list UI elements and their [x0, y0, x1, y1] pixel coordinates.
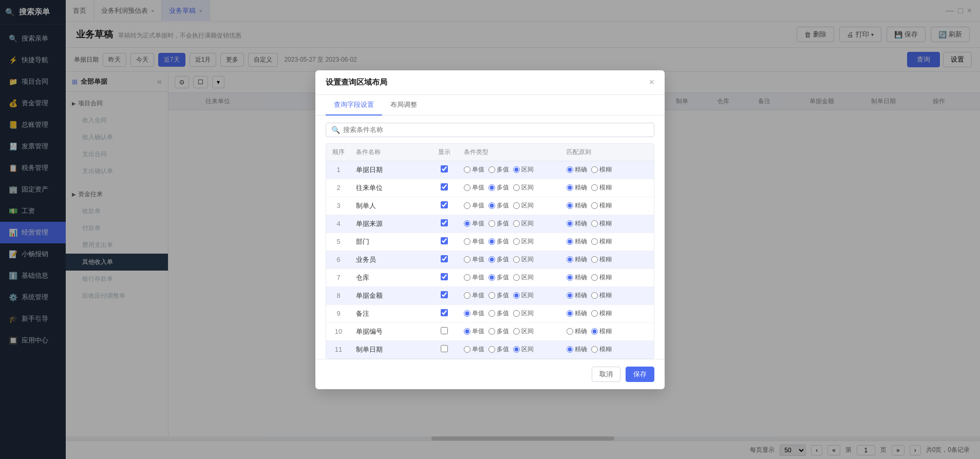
type-radio-item[interactable]: 多值	[488, 237, 509, 246]
match-radio[interactable]	[567, 256, 573, 263]
type-radio-item[interactable]: 区间	[513, 327, 534, 336]
type-radio[interactable]	[464, 238, 470, 245]
type-radio[interactable]	[513, 346, 520, 353]
match-radio[interactable]	[567, 166, 573, 173]
type-radio[interactable]	[488, 202, 495, 209]
match-radio-item[interactable]: 精确	[567, 273, 587, 282]
type-radio-item[interactable]: 区间	[513, 291, 534, 300]
match-radio[interactable]	[567, 220, 573, 227]
display-checkbox[interactable]	[441, 273, 448, 280]
type-radio-item[interactable]: 单值	[464, 165, 484, 174]
match-radio-item[interactable]: 模糊	[591, 345, 612, 354]
match-radio-item[interactable]: 精确	[567, 201, 587, 210]
type-radio-item[interactable]: 多值	[488, 255, 509, 264]
type-radio[interactable]	[513, 328, 520, 335]
type-radio-item[interactable]: 多值	[488, 345, 509, 354]
match-radio-item[interactable]: 精确	[567, 165, 587, 174]
type-radio-item[interactable]: 单值	[464, 219, 484, 228]
type-radio[interactable]	[464, 292, 470, 299]
type-radio-item[interactable]: 多值	[488, 291, 509, 300]
match-radio-item[interactable]: 模糊	[591, 309, 612, 318]
type-radio-item[interactable]: 多值	[488, 309, 509, 318]
match-radio[interactable]	[591, 346, 598, 353]
type-radio-item[interactable]: 区间	[513, 237, 534, 246]
type-radio-item[interactable]: 多值	[488, 165, 509, 174]
match-radio-item[interactable]: 模糊	[591, 219, 612, 228]
type-radio-item[interactable]: 单值	[464, 345, 484, 354]
type-radio-item[interactable]: 多值	[488, 219, 509, 228]
type-radio[interactable]	[488, 328, 495, 335]
type-radio[interactable]	[513, 292, 520, 299]
match-radio[interactable]	[567, 328, 573, 335]
match-radio[interactable]	[567, 346, 573, 353]
match-radio[interactable]	[591, 256, 598, 263]
match-radio[interactable]	[591, 310, 598, 317]
type-radio[interactable]	[488, 346, 495, 353]
type-radio-item[interactable]: 区间	[513, 345, 534, 354]
display-checkbox[interactable]	[441, 291, 448, 298]
type-radio[interactable]	[513, 184, 520, 191]
match-radio-item[interactable]: 精确	[567, 291, 587, 300]
match-radio-item[interactable]: 模糊	[591, 183, 612, 192]
display-checkbox[interactable]	[441, 327, 448, 334]
type-radio-item[interactable]: 单值	[464, 255, 484, 264]
match-radio-item[interactable]: 精确	[567, 183, 587, 192]
type-radio-item[interactable]: 区间	[513, 309, 534, 318]
type-radio[interactable]	[464, 256, 470, 263]
type-radio[interactable]	[513, 202, 520, 209]
modal-search-input[interactable]	[343, 126, 649, 133]
type-radio-item[interactable]: 多值	[488, 201, 509, 210]
modal-tab-layout[interactable]: 布局调整	[382, 95, 425, 116]
match-radio[interactable]	[591, 202, 598, 209]
match-radio-item[interactable]: 精确	[567, 309, 587, 318]
match-radio-item[interactable]: 模糊	[591, 165, 612, 174]
match-radio-item[interactable]: 模糊	[591, 255, 612, 264]
match-radio[interactable]	[591, 166, 598, 173]
display-checkbox[interactable]	[441, 345, 448, 352]
type-radio[interactable]	[513, 166, 520, 173]
match-radio-item[interactable]: 精确	[567, 327, 587, 336]
type-radio[interactable]	[513, 238, 520, 245]
type-radio[interactable]	[488, 292, 495, 299]
match-radio-item[interactable]: 精确	[567, 219, 587, 228]
type-radio-item[interactable]: 单值	[464, 237, 484, 246]
match-radio[interactable]	[567, 292, 573, 299]
type-radio[interactable]	[464, 166, 470, 173]
type-radio[interactable]	[488, 220, 495, 227]
modal-save-button[interactable]: 保存	[626, 367, 654, 382]
modal-cancel-button[interactable]: 取消	[592, 367, 620, 382]
type-radio[interactable]	[464, 328, 470, 335]
display-checkbox[interactable]	[441, 201, 448, 208]
type-radio-item[interactable]: 区间	[513, 219, 534, 228]
match-radio-item[interactable]: 模糊	[591, 327, 612, 336]
match-radio[interactable]	[591, 328, 598, 335]
match-radio[interactable]	[567, 274, 573, 281]
match-radio[interactable]	[567, 184, 573, 191]
match-radio-item[interactable]: 精确	[567, 237, 587, 246]
type-radio-item[interactable]: 单值	[464, 201, 484, 210]
match-radio[interactable]	[591, 220, 598, 227]
type-radio[interactable]	[513, 274, 520, 281]
display-checkbox[interactable]	[441, 165, 448, 173]
match-radio[interactable]	[567, 238, 573, 245]
match-radio-item[interactable]: 精确	[567, 345, 587, 354]
match-radio[interactable]	[591, 238, 598, 245]
display-checkbox[interactable]	[441, 183, 448, 190]
match-radio[interactable]	[591, 274, 598, 281]
type-radio[interactable]	[488, 256, 495, 263]
type-radio[interactable]	[488, 184, 495, 191]
type-radio[interactable]	[513, 256, 520, 263]
type-radio-item[interactable]: 区间	[513, 183, 534, 192]
type-radio[interactable]	[464, 184, 470, 191]
match-radio-item[interactable]: 模糊	[591, 291, 612, 300]
display-checkbox[interactable]	[441, 219, 448, 226]
match-radio-item[interactable]: 模糊	[591, 273, 612, 282]
type-radio-item[interactable]: 区间	[513, 255, 534, 264]
match-radio-item[interactable]: 精确	[567, 255, 587, 264]
type-radio[interactable]	[464, 274, 470, 281]
type-radio[interactable]	[488, 238, 495, 245]
display-checkbox[interactable]	[441, 255, 448, 262]
type-radio[interactable]	[513, 310, 520, 317]
type-radio[interactable]	[513, 220, 520, 227]
match-radio[interactable]	[591, 184, 598, 191]
